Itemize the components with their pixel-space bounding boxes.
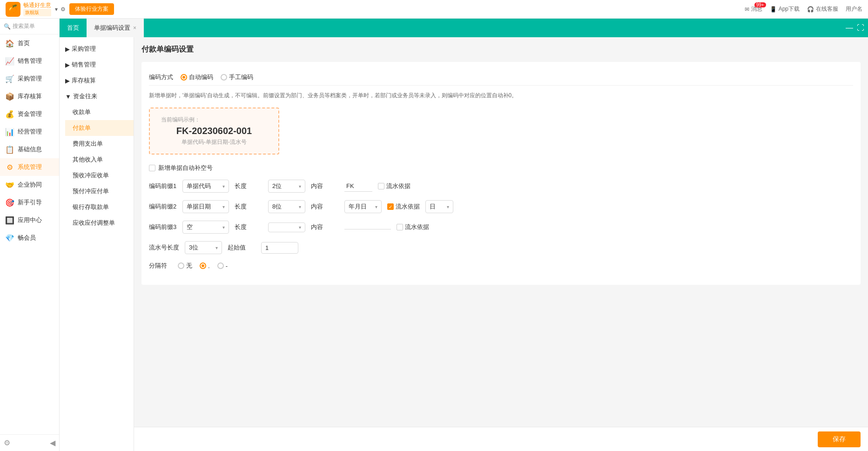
sep-dash-option[interactable]: - [217,263,228,269]
app-download-button[interactable]: 📱 App下载 [770,5,800,13]
length1-label: 长度 [235,182,262,190]
sidebar-item-apps[interactable]: 🔲 应用中心 [0,211,59,229]
tab-encoding-settings[interactable]: 单据编码设置 × [87,19,144,37]
sub-item-receipt-label: 收款单 [73,108,91,116]
separator-label: 分隔符 [149,262,172,270]
preview-desc: 单据代码-单据日期-流水号 [161,138,267,146]
sub-item-payment[interactable]: 付款单 [65,120,134,136]
serial3-label: 流水依据 [405,223,429,231]
top-bar-left: 🍊 畅通好生意 旗舰版 ▾ ⚙ 体验行业方案 [6,2,114,17]
sidebar-item-basic[interactable]: 📋 基础信息 [0,141,59,158]
trial-button[interactable]: 体验行业方案 [69,3,114,15]
tab-fullscreen-icon[interactable]: ⛶ [857,24,864,32]
serial2-checkbox[interactable]: ✓ 流水依据 [387,202,420,211]
sidebar-item-inventory[interactable]: 📦 库存核算 [0,88,59,105]
top-bar-right: ✉ 消息 99+ 📱 App下载 🎧 在线客服 用户名 [745,5,862,13]
sidebar-item-enterprise[interactable]: 🤝 企业协同 [0,176,59,194]
sidebar-item-system[interactable]: ⚙ 系统管理 [0,158,59,176]
serial2-period-select[interactable]: 日 ▾ [425,200,453,213]
tab-minimize-icon[interactable]: — [846,24,853,32]
sidebar-item-guide[interactable]: 🎯 新手引导 [0,194,59,211]
user-avatar[interactable]: 用户名 [846,5,862,13]
length1-arrow: ▾ [299,184,301,189]
sep-dot-option[interactable]: . [200,263,210,269]
service-button[interactable]: 🎧 在线客服 [807,5,838,13]
sep-dash-circle [217,263,224,269]
prefix3-select[interactable]: 空 ▾ [182,221,229,234]
sidebar-label-purchase: 采购管理 [18,74,42,83]
search-menu[interactable]: 🔍 搜索菜单 [0,19,59,34]
prefix2-row: 编码前缀2 单据日期 ▾ 长度 8位 ▾ 内容 [149,200,853,213]
sidebar-settings-icon[interactable]: ⚙ [4,438,10,447]
form-card: 编码方式 自动编码 手工编码 [141,62,861,285]
sub-group-sales-label: 销售管理 [72,61,96,69]
nav-dropdown[interactable]: ▾ [55,6,58,13]
user-name: 用户名 [846,5,862,13]
serial3-checkbox[interactable]: 流水依据 [397,223,429,231]
length1-select[interactable]: 2位 ▾ [268,180,305,193]
sidebar-label-finance: 资金管理 [18,110,42,118]
sidebar-item-home[interactable]: 🏠 首页 [0,34,59,52]
prefix2-select[interactable]: 单据日期 ▾ [182,200,229,213]
sub-item-other-income-label: 其他收入单 [73,155,103,164]
serial-length-label: 流水号长度 [149,243,179,252]
tab-home-label: 首页 [67,24,79,32]
app-icon: 📱 [770,6,777,13]
serial-length-arrow: ▾ [215,245,218,250]
sub-item-advance-payable[interactable]: 预付冲应付单 [65,183,134,199]
start-value-input[interactable] [261,242,298,254]
sidebar-item-purchase[interactable]: 🛒 采购管理 [0,70,59,88]
sub-item-expense[interactable]: 费用支出单 [65,136,134,152]
sep-dot-dot [202,264,204,267]
auto-fill-checkbox[interactable] [149,165,155,171]
content2-label: 内容 [311,202,339,211]
radio-manual-label: 手工编码 [229,73,253,81]
settings-icon[interactable]: ⚙ [61,6,66,13]
length2-select[interactable]: 8位 ▾ [268,200,305,213]
sub-item-advance-payable-label: 预付冲应付单 [73,187,109,195]
sub-group-capital[interactable]: ▼ 资金往来 [60,88,134,104]
prefix1-row: 编码前缀1 单据代码 ▾ 长度 2位 ▾ 内容 FK [149,180,853,193]
sep-none-option[interactable]: 无 [178,262,192,270]
prefix1-value: 单据代码 [187,182,211,190]
content2-arrow: ▾ [375,204,377,209]
logo-icon: 🍊 [6,2,20,17]
sub-group-sales[interactable]: ▶ 销售管理 [60,57,134,73]
sidebar-item-operations[interactable]: 📊 经营管理 [0,123,59,141]
sub-item-adjustment[interactable]: 应收应付调整单 [65,215,134,231]
operations-icon: 📊 [6,128,14,136]
sidebar-item-finance[interactable]: 💰 资金管理 [0,105,59,123]
sub-group-inventory[interactable]: ▶ 库存核算 [60,73,134,88]
search-label: 搜索菜单 [13,22,35,30]
prefix1-select[interactable]: 单据代码 ▾ [182,180,229,193]
sub-item-advance-receivable-label: 预收冲应收单 [73,171,109,180]
sub-item-payment-label: 付款单 [73,124,91,132]
sub-item-other-income[interactable]: 其他收入单 [65,152,134,168]
save-button[interactable]: 保存 [818,431,861,447]
length3-select[interactable]: ▾ [268,222,305,232]
sales-icon: 📈 [6,57,14,65]
content1-label: 内容 [311,182,339,190]
system-icon: ⚙ [6,163,14,171]
radio-manual-encode[interactable]: 手工编码 [221,73,253,81]
sub-group-purchase[interactable]: ▶ 采购管理 [60,41,134,57]
sub-item-advance-receivable[interactable]: 预收冲应收单 [65,168,134,183]
auto-fill-checkbox-row[interactable]: 新增单据自动补空号 [149,164,853,172]
sidebar-bottom: ⚙ ◀ [0,434,59,451]
sub-item-receipt[interactable]: 收款单 [65,104,134,120]
serial1-checkbox[interactable]: 流水依据 [378,182,410,190]
sidebar-collapse-icon[interactable]: ◀ [50,438,55,447]
sidebar-item-member[interactable]: 💎 畅会员 [0,229,59,247]
message-badge: 99+ [754,2,766,7]
sub-item-bank-deposit[interactable]: 银行存取款单 [65,199,134,215]
home-icon: 🏠 [6,39,14,47]
radio-auto-encode[interactable]: 自动编码 [181,73,213,81]
tab-close-icon[interactable]: × [133,25,136,31]
sidebar-item-sales[interactable]: 📈 销售管理 [0,52,59,70]
radio-auto-label: 自动编码 [189,73,213,81]
separator-options: 无 . - [178,262,228,270]
content2-select[interactable]: 年月日 ▾ [344,200,382,213]
serial-length-select[interactable]: 3位 ▾ [185,241,222,254]
message-button[interactable]: ✉ 消息 99+ [745,5,762,13]
tab-home[interactable]: 首页 [60,19,87,37]
